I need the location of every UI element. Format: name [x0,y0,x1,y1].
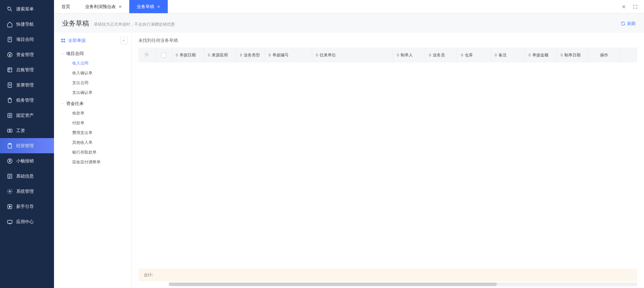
sidebar-item-label: 固定资产 [16,112,34,119]
table-header: 单据日期 来源应用 业务类型 单据编号 往来单位 制单人 业务员 仓库 备注 单… [138,48,637,62]
refresh-button[interactable]: 刷新 [621,21,636,27]
tree-group-project-contract[interactable]: 项目合同 [61,49,128,58]
sidebar-item-label: 工资 [16,128,25,134]
sidebar-item-general-ledger[interactable]: 总账管理 [0,62,54,77]
svg-rect-33 [61,41,63,42]
svg-point-17 [9,130,11,131]
column-settings-button[interactable] [138,48,155,62]
svg-point-35 [146,54,147,55]
column-header[interactable]: 往来单位 [312,48,393,62]
tree-item-bank-deposit[interactable]: 银行存取款单 [61,148,128,157]
sort-icon [528,53,531,57]
column-header[interactable]: 业务类型 [236,48,265,62]
tree-item-other-income[interactable]: 其他收入单 [61,138,128,148]
svg-rect-11 [8,83,12,87]
column-header[interactable]: 业务员 [425,48,457,62]
salary-icon [7,128,13,134]
svg-point-0 [8,7,11,10]
fullscreen-icon[interactable] [633,4,638,9]
column-header[interactable]: 制单日期 [557,48,587,62]
table-body [138,62,637,268]
sidebar-item-system[interactable]: 系统管理 [0,184,54,199]
info-icon [7,173,13,179]
category-panel: 全部单据 项目合同 收入合同 收入确认单 支出合同 支出确认单 [54,33,132,288]
svg-rect-27 [7,220,12,223]
tree-item-income-contract[interactable]: 收入合同 [61,58,128,68]
scrollbar-thumb[interactable] [169,283,497,286]
close-icon[interactable]: ✕ [118,4,122,9]
svg-rect-16 [7,129,12,132]
horizontal-scrollbar[interactable] [169,282,637,287]
close-icon[interactable]: ✕ [157,4,160,9]
tree-item-payment[interactable]: 付款单 [61,118,128,128]
sidebar-item-quick-nav[interactable]: 快捷导航 [0,17,54,32]
sidebar-item-salary[interactable]: 工资 [0,123,54,138]
sidebar-item-tax[interactable]: 税务管理 [0,93,54,108]
chevron-down-icon [61,52,64,55]
sort-icon [176,53,178,57]
sidebar-item-basic-info[interactable]: 基础信息 [0,168,54,184]
sort-icon [461,53,463,57]
summary-label: 合计: [138,272,158,278]
sort-icon [397,53,399,57]
svg-rect-14 [8,113,12,117]
tree-group-fund-transaction[interactable]: 资金往来 [61,99,128,108]
sidebar-item-fixed-assets[interactable]: 固定资产 [0,108,54,123]
tree-item-expense-contract[interactable]: 支出合同 [61,78,128,88]
tabs-row: 首页 业务利润预估表 ✕ 业务草稿 ✕ [54,0,644,14]
gear-icon [7,188,13,194]
sidebar-item-project-contract[interactable]: 项目合同 [0,32,54,47]
sidebar-item-app-center[interactable]: 应用中心 [0,214,54,229]
sidebar-item-guide[interactable]: 新手引导 [0,199,54,214]
sidebar-item-business-mgmt[interactable]: 经营管理 [0,138,54,153]
tree-item-expense-confirm[interactable]: 支出确认单 [61,88,128,98]
sidebar-item-search-menu[interactable]: 搜索菜单 [0,1,54,17]
column-header[interactable]: 单据金额 [525,48,557,62]
column-header[interactable]: 备注 [491,48,525,62]
tab-profit-estimate[interactable]: 业务利润预估表 ✕ [78,0,129,13]
column-header[interactable]: 制单人 [393,48,425,62]
checkbox[interactable] [161,53,166,58]
collapse-panel-button[interactable] [120,37,128,44]
sort-icon [268,53,271,57]
sidebar-item-label: 基础信息 [16,173,34,179]
tree-item-expense[interactable]: 费用支出单 [61,128,128,138]
sidebar-item-label: 税务管理 [16,97,34,103]
tree-item-income-confirm[interactable]: 收入确认单 [61,68,128,78]
svg-point-20 [7,159,12,163]
ledger-icon [7,67,13,73]
sidebar-item-label: 新手引导 [16,204,34,210]
sidebar-item-label: 经营管理 [16,143,34,149]
svg-rect-34 [63,41,65,42]
close-all-icon[interactable] [621,4,626,9]
sidebar: 搜索菜单 快捷导航 项目合同 资金管理 总账管理 发票管理 税务管理 固定资产 [0,0,54,288]
category-header-label: 全部单据 [68,37,86,44]
tab-home[interactable]: 首页 [54,0,78,13]
column-header-actions: 操作 [587,48,621,62]
column-header[interactable]: 仓库 [457,48,491,62]
sidebar-item-label: 搜索菜单 [16,6,34,12]
category-all-docs[interactable]: 全部单据 [61,37,128,44]
refresh-label: 刷新 [627,21,636,27]
tree-item-ar-ap-adjust[interactable]: 应收应付调整单 [61,157,128,167]
asset-icon [7,112,13,119]
sidebar-item-label: 应用中心 [16,219,34,225]
sidebar-item-reimburse[interactable]: 小畅报销 [0,153,54,168]
svg-line-1 [10,10,12,11]
tab-label: 业务利润预估表 [85,4,116,10]
column-header[interactable]: 单据编号 [265,48,312,62]
select-all-header[interactable] [155,48,172,62]
invoice-icon [7,82,13,88]
column-header[interactable]: 来源应用 [204,48,236,62]
column-header[interactable]: 单据日期 [172,48,204,62]
tab-business-draft[interactable]: 业务草稿 ✕ [129,0,168,13]
money-icon [7,52,13,58]
svg-rect-8 [8,68,12,72]
sidebar-item-fund[interactable]: 资金管理 [0,47,54,62]
document-icon [7,36,13,43]
tree-item-receipt[interactable]: 收款单 [61,108,128,118]
page-subtitle: 草稿转为正式单据时，不会执行满赠促销优惠 [94,22,175,27]
svg-point-25 [9,190,11,192]
sidebar-item-invoice[interactable]: 发票管理 [0,77,54,93]
sort-icon [429,53,431,57]
